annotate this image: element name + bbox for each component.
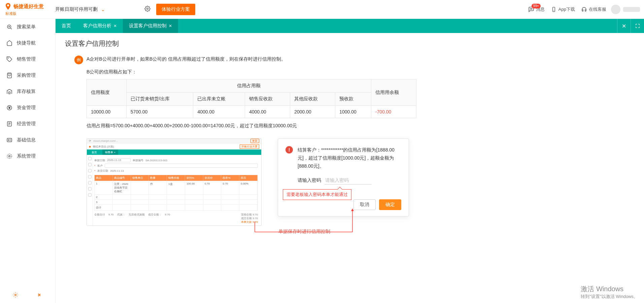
tab-home[interactable]: 首页: [56, 19, 77, 33]
headset-icon: [581, 6, 587, 12]
sidebar-item-purchase[interactable]: 采购管理: [0, 67, 55, 83]
th-sub-ar-sales: 销售应收款: [245, 93, 290, 106]
tabstrip: 首页 客户信用分析✕ 设置客户信用控制✕ ✕: [56, 19, 644, 33]
credit-table: 信用额度 信用占用额 信用用余额 已订货未销货/出库 已出库未立账 销售应收款 …: [87, 79, 416, 118]
sidebar-item-system[interactable]: 系统管理: [0, 148, 55, 164]
page-scroll[interactable]: 设置客户信用控制 例 A企对B公司进行开单时，如果B公司的 信用占用额超过了信用…: [56, 33, 644, 303]
dialog-message: 结算客户：************的信用占用额为[1888.00元]，超过了信用…: [298, 146, 401, 170]
sidebar-item-label: 搜索菜单: [17, 24, 36, 30]
svg-rect-12: [9, 92, 10, 94]
sidebar-item-label: 资金管理: [17, 105, 36, 111]
table-row: 10000.00 5700.00 4000.00 4000.00 2000.00…: [87, 106, 416, 118]
example-badge-icon: 例: [74, 56, 83, 64]
td-c2: 4000.00: [193, 106, 245, 118]
sidebar-item-quicknav[interactable]: 快捷导航: [0, 35, 55, 51]
tab-credit-analysis[interactable]: 客户信用分析✕: [77, 19, 123, 33]
th-sub-ar-other: 其他应收款: [290, 93, 335, 106]
sidebar-item-label: 基础信息: [17, 137, 36, 143]
brand-name: 畅捷通好生意: [13, 3, 44, 10]
sidebar-item-funds[interactable]: ¥ 资金管理: [0, 100, 55, 116]
tag-icon: [6, 56, 13, 63]
tab-credit-control[interactable]: 设置客户信用控制✕: [123, 19, 178, 33]
sidebar: 搜索菜单 快捷导航 销售管理 采购管理 库存核算 ¥ 资金管理 经营管理 基础信: [0, 19, 56, 303]
td-c4: 2000.00: [290, 106, 335, 118]
sidebar-item-business[interactable]: 经营管理: [0, 116, 55, 132]
sidebar-item-basicinfo[interactable]: 基础信息: [0, 132, 55, 148]
svg-point-25: [15, 294, 16, 296]
illustration-row: ⟳cloud.chanjet.com/...更新 ◆畅纪本货品 [大额]开账行业…: [87, 138, 431, 226]
tab-fullscreen-button[interactable]: [631, 19, 644, 33]
money-icon: ¥: [6, 104, 13, 111]
td-c1: 5700.00: [126, 106, 193, 118]
page-title: 设置客户信用控制: [65, 39, 635, 48]
sidebar-item-label: 销售管理: [17, 56, 36, 62]
svg-rect-26: [38, 294, 39, 297]
brand-edition: 标准版: [5, 11, 16, 16]
svg-text:¥: ¥: [8, 106, 10, 109]
chevron-down-icon: ⌄: [101, 7, 105, 12]
promo-button[interactable]: 体验行业方案: [156, 4, 195, 15]
warning-icon: !: [285, 146, 293, 154]
id-icon: [6, 137, 13, 143]
th-credit-used: 信用占用额: [126, 79, 371, 93]
confirm-button[interactable]: 确定: [379, 199, 401, 210]
calc-line: 信用占用额=5700.00+4000.00+4000.00+2000.00-10…: [87, 123, 431, 129]
sidebar-item-label: 采购管理: [17, 72, 36, 78]
search-icon: [6, 24, 13, 30]
th-sub-prepay: 预收款: [335, 93, 371, 106]
td-c5: 1000.00: [335, 106, 371, 118]
logo-icon: [4, 2, 12, 10]
gear-icon: [144, 6, 150, 13]
dialog-callout: 需要老板输入密码本单才能通过: [283, 189, 351, 200]
support-label: 在线客服: [589, 6, 606, 12]
sidebar-item-label: 库存核算: [17, 89, 36, 95]
avatar[interactable]: [611, 5, 620, 14]
sidebar-item-inventory[interactable]: 库存核算: [0, 83, 55, 100]
svg-point-20: [8, 140, 9, 141]
sidebar-collapse-icon[interactable]: [37, 292, 43, 299]
user-name-placeholder: [623, 7, 640, 12]
td-limit: 10000.00: [87, 106, 127, 118]
system-icon: [6, 153, 13, 160]
svg-line-7: [10, 28, 11, 29]
home-icon: [6, 40, 13, 46]
password-input[interactable]: [325, 176, 372, 184]
th-sub-ordered: 已订货未销货/出库: [126, 93, 193, 106]
brand-logo[interactable]: 畅捷通好生意 标准版: [4, 2, 51, 16]
sidebar-item-search[interactable]: 搜索菜单: [0, 19, 55, 35]
th-credit-limit: 信用额度: [87, 79, 127, 106]
account-select-label: 开账日期可停用可删: [55, 6, 98, 12]
th-balance: 信用用余额: [371, 79, 416, 106]
messages-badge: 99+: [532, 4, 541, 8]
svg-point-10: [8, 58, 9, 59]
cancel-button[interactable]: 取消: [353, 199, 376, 210]
td-balance: -700.00: [371, 106, 416, 118]
topbar: 畅捷通好生意 标准版 开账日期可停用可删 ⌄ 体验行业方案 99+ 消息 App…: [0, 0, 644, 19]
svg-point-23: [7, 154, 12, 159]
sidebar-item-sales[interactable]: 销售管理: [0, 51, 55, 67]
close-icon[interactable]: ✕: [169, 24, 172, 28]
tab-close-all-button[interactable]: ✕: [617, 19, 631, 33]
support-button[interactable]: 在线客服: [581, 6, 606, 12]
phone-icon: [551, 6, 557, 12]
svg-point-2: [531, 8, 532, 9]
doc-icon: [6, 121, 13, 127]
sidebar-item-label: 快捷导航: [17, 40, 36, 46]
bag-icon: [6, 72, 13, 79]
messages-button[interactable]: 99+ 消息: [528, 6, 545, 12]
svg-point-3: [532, 8, 532, 9]
sidebar-settings-icon[interactable]: [12, 292, 19, 299]
td-c3: 4000.00: [245, 106, 290, 118]
account-settings-button[interactable]: [143, 5, 152, 14]
sub-text: B公司的信用额占如下：: [87, 69, 431, 75]
svg-point-24: [9, 156, 10, 157]
svg-rect-4: [553, 7, 555, 11]
sidebar-item-label: 系统管理: [17, 153, 36, 159]
warehouse-icon: [6, 88, 13, 95]
app-download-label: App下载: [558, 6, 575, 12]
app-download-button[interactable]: App下载: [551, 6, 575, 12]
close-icon[interactable]: ✕: [113, 24, 117, 28]
account-select[interactable]: 开账日期可停用可删 ⌄: [55, 6, 143, 12]
mock-screenshot: ⟳cloud.chanjet.com/...更新 ◆畅纪本货品 [大额]开账行业…: [87, 138, 262, 226]
password-label: 请输入密码: [298, 177, 321, 183]
